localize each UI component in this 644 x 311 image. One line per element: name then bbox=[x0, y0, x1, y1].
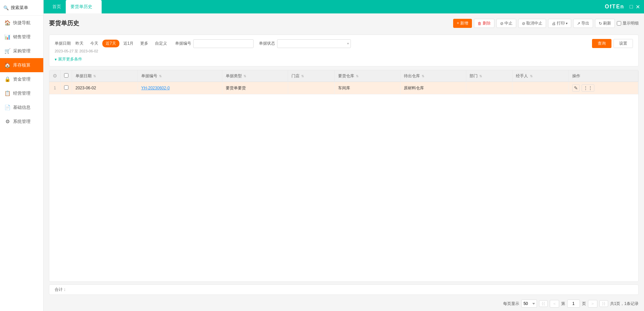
ops-mgmt-icon: 📋 bbox=[4, 90, 10, 96]
export-button[interactable]: ↗ 导出 bbox=[573, 19, 593, 28]
expand-more-icon: ▾ bbox=[55, 57, 57, 62]
sidebar-item-purchase-mgmt[interactable]: 🛒采购管理 bbox=[0, 44, 43, 58]
pagination-bar: 每页显示 50 10 20 100 ⟨⟨ ＜ 第 页 ＞ ⟩⟩ 共1页，1条记录 bbox=[49, 298, 639, 311]
first-page-btn[interactable]: ⟨⟨ bbox=[539, 300, 548, 307]
filter-actions: 查询 设置 bbox=[592, 39, 633, 48]
cancel-stop-icon: ⊘ bbox=[522, 21, 525, 26]
export-icon: ↗ bbox=[577, 21, 580, 26]
refresh-button[interactable]: ↻ 刷新 bbox=[595, 19, 615, 28]
row-more-icon[interactable]: ⋮⋮ bbox=[582, 84, 594, 92]
delete-icon: 🗑 bbox=[478, 21, 482, 26]
date-range-buttons: 昨天 今天 近7天 近1月 更多 自定义 bbox=[73, 40, 170, 47]
row-order-type: 要货单要货 bbox=[222, 82, 288, 94]
prev-page-btn[interactable]: ＜ bbox=[550, 300, 559, 308]
status-input[interactable] bbox=[277, 39, 351, 48]
row-order-no[interactable]: YH-20230602-0 bbox=[138, 82, 222, 94]
cancel-stop-button[interactable]: ⊘ 取消中止 bbox=[518, 19, 546, 28]
sidebar-item-label: 资金管理 bbox=[13, 76, 31, 82]
store-col-header[interactable]: 门店 ⇅ bbox=[288, 70, 334, 82]
date-btn-7days[interactable]: 近7天 bbox=[102, 40, 119, 47]
date-btn-today[interactable]: 今天 bbox=[88, 40, 101, 47]
data-table: ⚙ 单据日期 ⇅ 单据编号 ⇅ 单据类型 ⇅ 门店 ⇅ 要货仓库 ⇅ 待出仓库 … bbox=[49, 70, 638, 94]
req-warehouse-col-header[interactable]: 要货仓库 ⇅ bbox=[334, 70, 400, 82]
sidebar-search[interactable]: 🔍 搜索菜单 bbox=[0, 0, 43, 16]
page-input[interactable] bbox=[567, 300, 580, 308]
sidebar-item-inventory[interactable]: 🏠库存核算 bbox=[0, 58, 43, 72]
settings-button[interactable]: 设置 bbox=[613, 39, 633, 48]
stop-button[interactable]: ⊘ 中止 bbox=[496, 19, 516, 28]
sidebar-item-label: 采购管理 bbox=[13, 48, 31, 54]
tab-label: 要货单历史 bbox=[70, 4, 92, 10]
settings-col-header[interactable]: ⚙ bbox=[49, 70, 61, 82]
sidebar-item-sales-mgmt[interactable]: 📊销售管理 bbox=[0, 30, 43, 44]
quick-nav-icon: 🏠 bbox=[4, 20, 10, 26]
filter-area: 单据日期 昨天 今天 近7天 近1月 更多 自定义 单据编号 bbox=[49, 35, 639, 66]
sys-mgmt-icon: ⚙ bbox=[4, 119, 10, 125]
order-type-col-header[interactable]: 单据类型 ⇅ bbox=[222, 70, 288, 82]
maximize-icon[interactable]: □ bbox=[630, 4, 633, 10]
date-btn-custom[interactable]: 自定义 bbox=[152, 40, 170, 47]
sidebar-item-finance-mgmt[interactable]: 🔒资金管理 bbox=[0, 72, 43, 86]
order-no-col-header[interactable]: 单据编号 ⇅ bbox=[138, 70, 222, 82]
per-page-label: 每页显示 bbox=[503, 301, 519, 307]
date-btn-1month[interactable]: 近1月 bbox=[121, 40, 137, 47]
sales-mgmt-icon: 📊 bbox=[4, 34, 10, 40]
handler-col-header[interactable]: 经手人 ⇅ bbox=[513, 70, 569, 82]
topbar-tab-home[interactable]: 首页 bbox=[48, 0, 66, 13]
refresh-icon: ↻ bbox=[599, 21, 602, 26]
date-btn-more[interactable]: 更多 bbox=[138, 40, 151, 47]
sidebar-item-label: 基础信息 bbox=[13, 104, 31, 110]
sidebar-item-sys-mgmt[interactable]: ⚙系统管理 bbox=[0, 115, 43, 129]
per-page-select[interactable]: 50 10 20 100 bbox=[521, 300, 537, 308]
total-info: 共1页，1条记录 bbox=[610, 301, 639, 307]
row-dept bbox=[466, 82, 513, 94]
page-label: 第 bbox=[561, 301, 565, 307]
basic-info-icon: 📄 bbox=[4, 104, 10, 110]
row-date: 2023-06-02 bbox=[72, 82, 138, 94]
tab-label: 首页 bbox=[52, 4, 61, 10]
topbar: 首页要货单历史 × OfTEn □ ✕ bbox=[44, 0, 644, 13]
main-content: 首页要货单历史 × OfTEn □ ✕ 要货单历史 + 新增 🗑 删除 ⊘ 中止… bbox=[44, 0, 644, 311]
select-all-checkbox[interactable] bbox=[64, 73, 68, 78]
date-btn-yesterday[interactable]: 昨天 bbox=[73, 40, 86, 47]
checkbox-col-header bbox=[61, 70, 72, 82]
row-edit-icon[interactable]: ✎ bbox=[572, 84, 580, 92]
last-page-btn[interactable]: ⟩⟩ bbox=[599, 300, 608, 307]
action-col-header: 操作 bbox=[569, 70, 638, 82]
table-row: 1 2023-06-02 YH-20230602-0 要货单要货 车间库 原材料… bbox=[49, 82, 638, 94]
inventory-icon: 🏠 bbox=[4, 62, 10, 68]
row-checkbox[interactable] bbox=[64, 85, 68, 90]
expand-more-btn[interactable]: ▾ 展开更多条件 bbox=[55, 56, 633, 62]
pending-warehouse-col-header[interactable]: 待出仓库 ⇅ bbox=[400, 70, 466, 82]
sidebar-item-ops-mgmt[interactable]: 📋经营管理 bbox=[0, 86, 43, 100]
date-col-header[interactable]: 单据日期 ⇅ bbox=[72, 70, 138, 82]
topbar-tab-order-history[interactable]: 要货单历史 × bbox=[66, 0, 102, 13]
sidebar-search-label: 搜索菜单 bbox=[11, 5, 28, 11]
tab-close-icon[interactable]: × bbox=[94, 4, 97, 9]
next-page-btn[interactable]: ＞ bbox=[588, 300, 597, 308]
table-settings-icon[interactable]: ⚙ bbox=[53, 73, 57, 79]
summary-label: 合计： bbox=[55, 287, 67, 293]
date-range-display: 2023-05-27 至 2023-06-02 bbox=[55, 49, 633, 54]
table-header-row: ⚙ 单据日期 ⇅ 单据编号 ⇅ 单据类型 ⇅ 门店 ⇅ 要货仓库 ⇅ 待出仓库 … bbox=[49, 70, 638, 82]
sidebar-item-label: 库存核算 bbox=[13, 62, 31, 68]
query-button[interactable]: 查询 bbox=[592, 39, 611, 48]
show-detail-label[interactable]: 显示明细 bbox=[617, 20, 639, 26]
show-detail-checkbox[interactable] bbox=[617, 21, 621, 26]
summary-bar: 合计： bbox=[49, 284, 639, 295]
row-actions: ✎ ⋮⋮ bbox=[569, 82, 638, 94]
new-button[interactable]: + 新增 bbox=[453, 19, 472, 28]
page-title: 要货单历史 bbox=[49, 19, 79, 27]
status-label: 单据状态 bbox=[259, 41, 275, 46]
sidebar-item-label: 经营管理 bbox=[13, 90, 31, 96]
print-button[interactable]: 🖨 打印 ▾ bbox=[548, 19, 571, 28]
sidebar-item-quick-nav[interactable]: 🏠快捷导航 bbox=[0, 16, 43, 30]
row-handler bbox=[513, 82, 569, 94]
close-icon[interactable]: ✕ bbox=[636, 4, 640, 10]
sidebar-item-basic-info[interactable]: 📄基础信息 bbox=[0, 100, 43, 115]
search-icon: 🔍 bbox=[3, 5, 9, 10]
delete-button[interactable]: 🗑 删除 bbox=[474, 19, 494, 28]
stop-icon: ⊘ bbox=[500, 21, 503, 26]
order-no-input[interactable] bbox=[193, 39, 254, 48]
dept-col-header[interactable]: 部门 ⇅ bbox=[466, 70, 513, 82]
